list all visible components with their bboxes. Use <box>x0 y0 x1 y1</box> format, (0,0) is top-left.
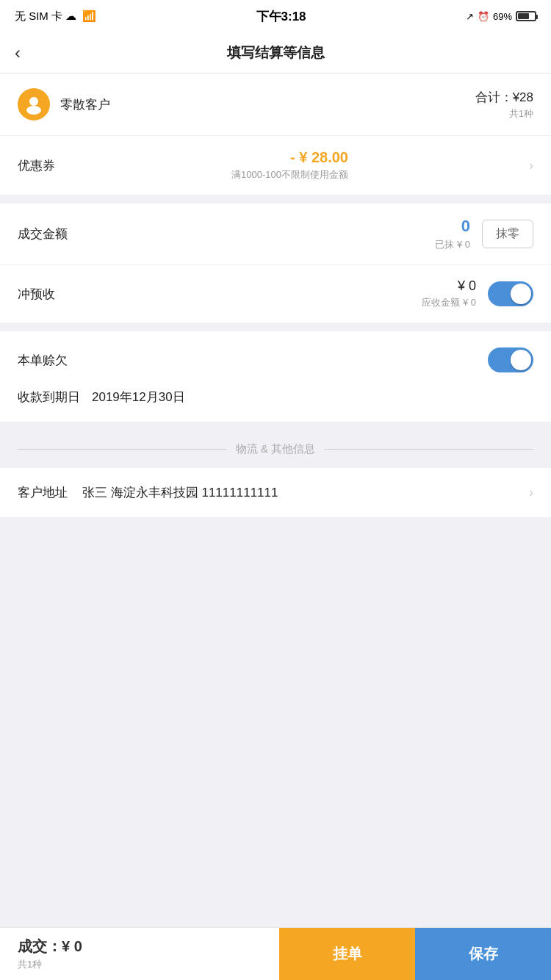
debt-row: 本单赊欠 <box>0 331 551 389</box>
coupon-row[interactable]: 优惠券 - ¥ 28.00 满1000-100不限制使用金额 › <box>0 135 551 195</box>
customer-row: 零散客户 合计：¥28 共1种 <box>0 73 551 135</box>
toggle-thumb <box>511 284 531 304</box>
empty-space <box>0 517 551 708</box>
battery-percent: 69% <box>493 11 512 22</box>
svg-point-0 <box>29 97 38 106</box>
advance-value: ¥ 0 <box>458 278 476 294</box>
bottom-deal-value: ¥ 0 <box>62 938 82 954</box>
coupon-info: - ¥ 28.00 满1000-100不限制使用金额 <box>231 149 348 181</box>
avatar <box>18 88 50 120</box>
total-amount: 合计：¥28 <box>475 89 533 106</box>
deal-amount-col: 0 已抹 ¥ 0 <box>435 217 470 251</box>
bottom-deal-label: 成交： <box>18 938 62 954</box>
duedate-row: 收款到期日 2019年12月30日 <box>0 389 551 422</box>
advance-toggle[interactable] <box>488 281 533 306</box>
status-right: ↗ ⏰ 69% <box>466 11 536 22</box>
bottom-bar: 成交：¥ 0 共1种 挂单 保存 <box>0 927 551 980</box>
address-label: 客户地址 <box>18 484 68 501</box>
debt-toggle[interactable] <box>488 347 533 372</box>
address-section[interactable]: 客户地址 张三 海淀永丰科技园 11111111111 › <box>0 468 551 517</box>
sim-status: 无 SIM 卡 ☁ <box>15 10 76 24</box>
svg-point-1 <box>26 106 41 115</box>
duedate-label: 收款到期日 <box>18 389 80 406</box>
bottom-deal: 成交：¥ 0 <box>18 937 262 956</box>
logistics-section: 物流 & 其他信息 <box>0 430 551 468</box>
back-button[interactable]: ‹ <box>9 37 26 69</box>
logistics-label: 物流 & 其他信息 <box>236 442 315 456</box>
advance-label: 冲预收 <box>18 286 55 303</box>
advance-right: ¥ 0 应收金额 ¥ 0 <box>422 278 533 309</box>
nav-bar: ‹ 填写结算等信息 <box>0 32 551 73</box>
divider-line-left <box>18 449 227 450</box>
location-icon: ↗ <box>466 11 474 22</box>
deal-right: 0 已抹 ¥ 0 抹零 <box>435 217 533 251</box>
page-title: 填写结算等信息 <box>227 43 325 62</box>
hold-button[interactable]: 挂单 <box>279 928 415 981</box>
duedate-value: 2019年12月30日 <box>92 389 185 406</box>
round-button[interactable]: 抹零 <box>482 220 533 248</box>
advance-sub: 应收金额 ¥ 0 <box>422 296 476 309</box>
deal-section: 成交金额 0 已抹 ¥ 0 抹零 冲预收 ¥ 0 应收金额 ¥ 0 <box>0 203 551 323</box>
customer-name: 零散客户 <box>60 96 110 113</box>
total-count: 共1种 <box>475 107 533 120</box>
alarm-icon: ⏰ <box>478 11 489 22</box>
chevron-right-icon: › <box>529 158 533 173</box>
debt-toggle-thumb <box>511 350 531 370</box>
deal-sub: 已抹 ¥ 0 <box>435 238 470 251</box>
deal-row: 成交金额 0 已抹 ¥ 0 抹零 <box>0 203 551 265</box>
address-row[interactable]: 客户地址 张三 海淀永丰科技园 11111111111 › <box>0 468 551 517</box>
divider-line-right <box>324 449 533 450</box>
bottom-count: 共1种 <box>18 958 262 971</box>
save-button[interactable]: 保存 <box>415 928 551 981</box>
wifi-icon: 📶 <box>82 10 96 23</box>
coupon-desc: 满1000-100不限制使用金额 <box>231 168 348 181</box>
logistics-divider: 物流 & 其他信息 <box>0 430 551 468</box>
status-left: 无 SIM 卡 ☁ 📶 <box>15 10 96 24</box>
bottom-info: 成交：¥ 0 共1种 <box>0 937 279 971</box>
coupon-discount: - ¥ 28.00 <box>290 149 348 166</box>
address-chevron-icon: › <box>529 485 533 500</box>
battery-icon <box>516 11 536 21</box>
debt-label: 本单赊欠 <box>18 352 68 369</box>
coupon-label: 优惠券 <box>18 157 55 174</box>
status-bar: 无 SIM 卡 ☁ 📶 下午3:18 ↗ ⏰ 69% <box>0 0 551 32</box>
customer-info: 零散客户 <box>18 88 110 120</box>
deal-amount: 0 <box>461 217 470 236</box>
debt-section: 本单赊欠 收款到期日 2019年12月30日 <box>0 331 551 422</box>
customer-section: 零散客户 合计：¥28 共1种 优惠券 - ¥ 28.00 满1000-100不… <box>0 73 551 195</box>
advance-col: ¥ 0 应收金额 ¥ 0 <box>422 278 476 309</box>
customer-total: 合计：¥28 共1种 <box>475 89 533 120</box>
advance-row: 冲预收 ¥ 0 应收金额 ¥ 0 <box>0 265 551 323</box>
address-value: 张三 海淀永丰科技园 11111111111 <box>82 484 525 501</box>
status-time: 下午3:18 <box>256 8 306 25</box>
deal-label: 成交金额 <box>18 226 68 242</box>
